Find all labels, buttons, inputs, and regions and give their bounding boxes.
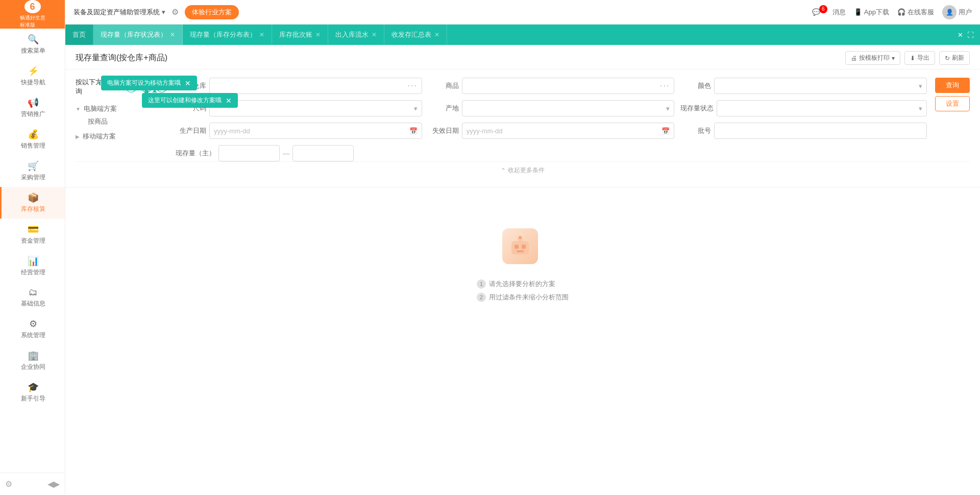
scheme-item[interactable]: 按商品 <box>76 115 167 128</box>
expand-arrow-icon: ▶ <box>76 134 80 139</box>
tab-close-icon[interactable]: ✕ <box>315 31 321 38</box>
sidebar-item-marketing[interactable]: 📢 营销推广 <box>0 92 65 124</box>
sidebar-item-system[interactable]: ⚙ 系统管理 <box>0 313 65 345</box>
sidebar-item-label: 采购管理 <box>21 173 45 182</box>
collapse-bar[interactable]: ⌃ 收起更多条件 <box>76 161 970 179</box>
sidebar-item-basic[interactable]: 🗂 基础信息 <box>0 282 65 313</box>
svg-rect-0 <box>511 241 529 254</box>
filter-row-2: 尺码 ▾ 产地 ▾ <box>176 100 927 116</box>
export-button[interactable]: ⬇ 导出 <box>904 51 935 65</box>
content-area: 现存量查询(按仓库+商品) 🖨 按模板打印 ▾ ⬇ 导出 ↻ 刷新 <box>65 45 980 495</box>
empty-illustration <box>502 228 543 269</box>
scheme-list: ▼ 电脑端方案 按商品 ▶ 移动端方案 <box>76 102 167 143</box>
refresh-button[interactable]: ↻ 刷新 <box>939 51 970 65</box>
user-label: 用户 <box>959 8 972 17</box>
tab-recv-send[interactable]: 收发存汇总表 ✕ <box>384 25 447 45</box>
print-button[interactable]: 🖨 按模板打印 ▾ <box>845 51 900 65</box>
logo-icon: 6 <box>24 0 41 13</box>
tab-maximize-icon[interactable]: ⛶ <box>967 31 974 39</box>
hint-num-1: 1 <box>477 279 486 289</box>
tab-bar: 首页 现存量（库存状况表） ✕ 现存量（库存分布表） ✕ 库存批次账 ✕ 出入库… <box>65 25 980 45</box>
system-name: 装备及固定资产辅助管理系统 <box>74 8 160 17</box>
app-download-item[interactable]: 📱 App下载 <box>854 8 889 17</box>
hint-text-2: 用过滤条件来缩小分析范围 <box>489 293 569 302</box>
stock-qty-range: — <box>218 145 927 161</box>
tab-close-icon[interactable]: ✕ <box>170 31 175 38</box>
filter-cell-goods: 商品 ··· <box>428 78 675 94</box>
sidebar-item-label: 搜索菜单 <box>21 46 45 55</box>
notice-label: 消息 <box>832 8 846 17</box>
sidebar-item-purchase[interactable]: 🛒 采购管理 <box>0 155 65 187</box>
tooltip2-close-icon[interactable]: ✕ <box>226 97 232 105</box>
user-item[interactable]: 👤 用户 <box>942 5 972 19</box>
header-left: 装备及固定资产辅助管理系统 ▾ ⚙ 体验行业方案 <box>74 5 239 19</box>
stock-qty-max[interactable] <box>292 145 354 161</box>
online-support-item[interactable]: 🎧 在线客服 <box>897 8 934 17</box>
sidebar-item-search[interactable]: 🔍 搜索菜单 <box>0 29 65 60</box>
search-button[interactable]: 查询 <box>935 78 970 93</box>
scheme-group-mobile-header[interactable]: ▶ 移动端方案 <box>76 130 167 143</box>
support-icon: 🎧 <box>897 8 905 16</box>
expire-date-input[interactable]: yyyy-mm-dd 📅 <box>462 123 675 139</box>
filter-cell-warehouse: 按仓库 ··· <box>176 78 422 94</box>
tab-home[interactable]: 首页 <box>65 25 93 45</box>
color-select[interactable]: ▾ <box>714 78 927 94</box>
sidebar-item-label: 快捷导航 <box>21 78 45 87</box>
collapse-icon[interactable]: ◀▶ <box>47 479 60 489</box>
origin-select[interactable]: ▾ <box>462 100 675 116</box>
tooltip-close-icon[interactable]: ✕ <box>185 79 191 87</box>
hint-text-1: 请先选择要分析的方案 <box>489 279 555 289</box>
size-select[interactable]: ▾ <box>209 100 422 116</box>
tab-close-all-icon[interactable]: ✕ <box>958 31 963 39</box>
inventory-icon: 📦 <box>28 192 39 203</box>
sidebar-item-label: 新手引导 <box>21 394 45 403</box>
empty-hints: 1 请先选择要分析的方案 2 用过滤条件来缩小分析范围 <box>477 279 569 306</box>
chevron-down-icon: ▾ <box>162 8 165 16</box>
trial-button[interactable]: 体验行业方案 <box>185 5 239 19</box>
phone-icon: 📱 <box>854 8 862 16</box>
tab-inout-flow[interactable]: 出入库流水 ✕ <box>328 25 384 45</box>
tab-close-icon[interactable]: ✕ <box>372 31 377 38</box>
notice-item[interactable]: 💬 6 消息 <box>812 8 846 17</box>
app-name: 畅通好生意 标准版 <box>20 14 45 29</box>
filter-cell-origin: 产地 ▾ <box>428 100 675 116</box>
filter-cell-produce-date: 生产日期 yyyy-mm-dd 📅 <box>176 123 422 139</box>
reset-button[interactable]: 设置 <box>935 96 970 111</box>
quick-nav-icon: ⚡ <box>28 65 39 77</box>
guide-icon: 🎓 <box>28 382 39 393</box>
tab-inventory-status[interactable]: 现存量（库存状况表） ✕ <box>93 25 183 45</box>
produce-date-placeholder: yyyy-mm-dd <box>214 127 250 135</box>
batch-input[interactable] <box>714 123 927 139</box>
operations-icon: 📊 <box>28 255 39 267</box>
sidebar-item-inventory[interactable]: 📦 库存核算 <box>0 187 65 219</box>
filter-fields-area: 按仓库 ··· 商品 ··· <box>176 78 970 161</box>
tab-close-icon[interactable]: ✕ <box>259 31 264 38</box>
sidebar-item-enterprise[interactable]: 🏢 企业协同 <box>0 345 65 376</box>
stock-qty-min[interactable] <box>218 145 280 161</box>
sidebar-item-label: 经营管理 <box>21 268 45 277</box>
warehouse-select[interactable]: ··· <box>209 78 422 94</box>
sidebar-item-sales[interactable]: 💰 销售管理 <box>0 124 65 155</box>
tab-inventory-dist[interactable]: 现存量（库存分布表） ✕ <box>183 25 272 45</box>
sidebar-item-operations[interactable]: 📊 经营管理 <box>0 250 65 282</box>
scheme-group-label: 电脑端方案 <box>84 104 117 113</box>
system-name-select[interactable]: 装备及固定资产辅助管理系统 ▾ <box>74 8 165 17</box>
batch-label: 批号 <box>680 126 711 135</box>
sidebar-item-quicknav[interactable]: ⚡ 快捷导航 <box>0 60 65 92</box>
stock-status-select[interactable]: ▾ <box>717 100 927 116</box>
scheme-panel: 按以下方案查询 + ✎ ← 电脑方案可设为移动方案哦 ✕ <box>76 78 167 161</box>
filter-cell-stock-status: 现存量状态 ▾ <box>680 100 927 116</box>
svg-rect-1 <box>514 245 519 249</box>
tab-close-icon[interactable]: ✕ <box>434 31 439 38</box>
header-settings-icon[interactable]: ⚙ <box>172 7 179 17</box>
settings-icon[interactable]: ⚙ <box>5 479 12 489</box>
notice-badge: 6 <box>819 5 827 13</box>
robot-icon <box>502 228 538 264</box>
produce-date-input[interactable]: yyyy-mm-dd 📅 <box>209 123 422 139</box>
goods-select[interactable]: ··· <box>462 78 675 94</box>
tab-bar-end: ✕ ⛶ <box>958 31 980 39</box>
finance-icon: 💳 <box>28 224 39 235</box>
tab-batch-account[interactable]: 库存批次账 ✕ <box>272 25 328 45</box>
sidebar-item-guide[interactable]: 🎓 新手引导 <box>0 376 65 408</box>
sidebar-item-finance[interactable]: 💳 资金管理 <box>0 219 65 250</box>
